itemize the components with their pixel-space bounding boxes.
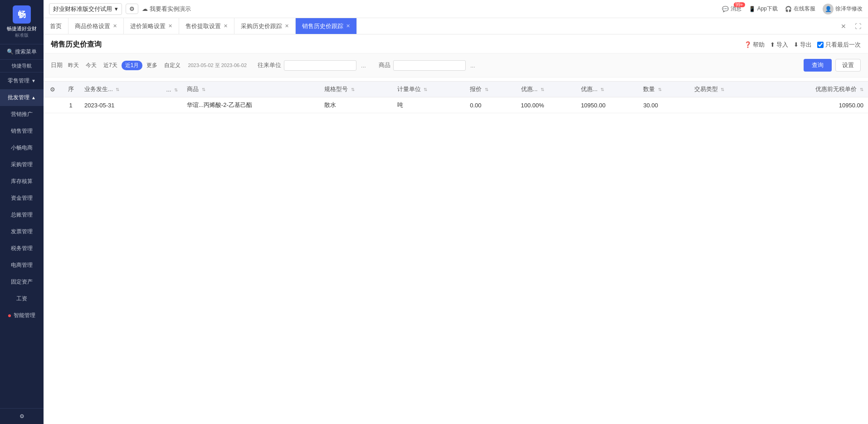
only-last-checkbox-label[interactable]: 只看最后一次 bbox=[817, 41, 861, 49]
tab-purchase-history[interactable]: 采购历史价跟踪 ✕ bbox=[234, 18, 296, 34]
th-price[interactable]: 报价 ⇅ bbox=[465, 82, 516, 97]
export-link[interactable]: ⬇ 导出 bbox=[794, 41, 812, 49]
tab-product-price-close-icon[interactable]: ✕ bbox=[113, 23, 117, 29]
retail-arrow-icon: ▼ bbox=[31, 78, 36, 83]
sidebar-item-salary[interactable]: 工资 bbox=[0, 290, 44, 307]
page-header: 销售历史价查询 ❓ 帮助 ⬆ 导入 ⬇ 导出 只看最后一次 bbox=[44, 34, 868, 53]
tab-product-price[interactable]: 商品价格设置 ✕ bbox=[68, 18, 124, 34]
tab-actions: ✕ ⛶ bbox=[837, 20, 868, 33]
tab-purchase-strategy-close-icon[interactable]: ✕ bbox=[168, 23, 172, 29]
export-icon: ⬇ bbox=[794, 41, 799, 48]
date-btn-1month[interactable]: 近1月 bbox=[122, 61, 143, 70]
topbar-online-service-label: 在线客服 bbox=[794, 5, 815, 13]
wholesale-label: 批发管理 bbox=[8, 94, 29, 101]
date-btn-7days[interactable]: 近7天 bbox=[101, 61, 120, 70]
date-btn-custom[interactable]: 自定义 bbox=[161, 61, 183, 70]
sidebar-item-finance[interactable]: 资金管理 bbox=[0, 190, 44, 207]
th-discount2[interactable]: 优惠... ⇅ bbox=[576, 82, 639, 97]
topbar-user-label: 徐泽华修改 bbox=[835, 5, 863, 13]
row-settings-cell bbox=[44, 97, 62, 113]
ecommerce-label: 电商管理 bbox=[11, 261, 33, 269]
topbar-demo[interactable]: ☁ 我要看实例演示 bbox=[142, 5, 191, 13]
topbar-user[interactable]: 👤 徐泽华修改 bbox=[823, 4, 863, 14]
setting-button[interactable]: 设置 bbox=[835, 59, 861, 72]
date-btn-yesterday[interactable]: 昨天 bbox=[65, 61, 82, 70]
tab-expand-button[interactable]: ⛶ bbox=[852, 20, 864, 33]
topbar-app-download[interactable]: 📱 App下载 bbox=[749, 5, 778, 13]
sidebar-item-tax[interactable]: 税务管理 bbox=[0, 240, 44, 257]
salary-label: 工资 bbox=[16, 295, 27, 303]
source-unit-input[interactable] bbox=[284, 60, 356, 71]
sidebar-item-ecommerce-small[interactable]: 小畅电商 bbox=[0, 140, 44, 156]
tab-sales-history-close-icon[interactable]: ✕ bbox=[346, 23, 350, 29]
sidebar-item-retail[interactable]: 零售管理 ▼ bbox=[0, 72, 44, 89]
product-filter-group: 商品 ... bbox=[379, 60, 477, 71]
discount1-sort-icon: ⇅ bbox=[541, 87, 544, 92]
th-discount1[interactable]: 优惠... ⇅ bbox=[517, 82, 576, 97]
tab-home-label: 首页 bbox=[50, 22, 62, 30]
th-no: 序 bbox=[62, 82, 80, 97]
sidebar-item-ecommerce[interactable]: 电商管理 bbox=[0, 257, 44, 274]
sidebar-item-purchase[interactable]: 采购管理 bbox=[0, 156, 44, 173]
filter-actions: 查询 设置 bbox=[804, 59, 861, 72]
query-button[interactable]: 查询 bbox=[804, 59, 832, 72]
row-discount1-cell: 100.00% bbox=[517, 97, 576, 113]
source-unit-label: 往来单位 bbox=[258, 61, 281, 69]
th-quantity[interactable]: 数量 ⇅ bbox=[639, 82, 689, 97]
column-settings-icon[interactable]: ⚙ bbox=[50, 86, 55, 93]
warehouse-label: 库存核算 bbox=[11, 178, 33, 185]
sidebar-item-fixed-assets[interactable]: 固定资产 bbox=[0, 274, 44, 290]
topbar-messages[interactable]: 💬 消息 99+ bbox=[722, 5, 741, 13]
smart-dot-icon bbox=[8, 314, 11, 317]
th-product[interactable]: 商品 ⇅ bbox=[182, 82, 320, 97]
th-trade-type[interactable]: 交易类型 ⇅ bbox=[690, 82, 762, 97]
sidebar-quick-nav[interactable]: 快捷导航 bbox=[0, 60, 44, 72]
tab-sale-extract-close-icon[interactable]: ✕ bbox=[224, 23, 228, 29]
topbar-online-service[interactable]: 🎧 在线客服 bbox=[785, 5, 815, 13]
th-biz-date[interactable]: 业务发生... ⇅ bbox=[80, 82, 162, 97]
tab-sale-extract-label: 售价提取设置 bbox=[185, 22, 221, 30]
tab-purchase-strategy[interactable]: 进价策略设置 ✕ bbox=[124, 18, 179, 34]
sidebar-item-marketing[interactable]: 营销推广 bbox=[0, 106, 44, 123]
date-btn-today[interactable]: 今天 bbox=[83, 61, 99, 70]
topbar-settings-icon: ⚙ bbox=[129, 5, 135, 12]
product-input[interactable] bbox=[393, 60, 466, 71]
general-ledger-label: 总账管理 bbox=[11, 211, 33, 219]
spec-sort-icon: ⇅ bbox=[351, 87, 355, 92]
sidebar-item-smart[interactable]: 智能管理 bbox=[0, 307, 44, 324]
retail-label: 零售管理 bbox=[8, 77, 29, 85]
page-title: 销售历史价查询 bbox=[51, 40, 102, 49]
tab-sales-history[interactable]: 销售历史价跟踪 ✕ bbox=[296, 18, 357, 34]
sidebar-item-general-ledger[interactable]: 总账管理 bbox=[0, 207, 44, 223]
table-container: ⚙ 序 业务发生... ⇅ ... ⇅ 商品 ⇅ 规格型 bbox=[44, 77, 868, 117]
source-unit-more-button[interactable]: ... bbox=[359, 61, 368, 70]
topbar: 好业财标准版交付试用 ▾ ⚙ ☁ 我要看实例演示 💬 消息 99+ 📱 App下… bbox=[44, 0, 868, 18]
th-unit[interactable]: 计量单位 ⇅ bbox=[393, 82, 465, 97]
th-settings[interactable]: ⚙ bbox=[44, 82, 62, 97]
sidebar-item-wholesale[interactable]: 批发管理 ▲ bbox=[0, 89, 44, 106]
sidebar-item-warehouse[interactable]: 库存核算 bbox=[0, 173, 44, 190]
help-link[interactable]: ❓ 帮助 bbox=[744, 41, 765, 49]
app-name: 畅捷通好业财 bbox=[7, 25, 37, 32]
page-content: 销售历史价查询 ❓ 帮助 ⬆ 导入 ⬇ 导出 只看最后一次 bbox=[44, 34, 868, 424]
tab-close-button[interactable]: ✕ bbox=[837, 20, 850, 33]
tab-purchase-history-close-icon[interactable]: ✕ bbox=[285, 23, 289, 29]
topbar-selector[interactable]: 好业财标准版交付试用 ▾ bbox=[49, 3, 122, 15]
demo-cloud-icon: ☁ bbox=[142, 5, 148, 12]
topbar-gear-button[interactable]: ⚙ bbox=[126, 4, 138, 14]
th-action[interactable]: ... ⇅ bbox=[162, 82, 182, 97]
sidebar-item-invoice[interactable]: 发票管理 bbox=[0, 223, 44, 240]
date-btn-more[interactable]: 更多 bbox=[144, 61, 160, 70]
sidebar-settings[interactable]: ⚙ bbox=[0, 408, 44, 424]
date-buttons: 昨天 今天 近7天 近1月 更多 自定义 bbox=[65, 61, 183, 70]
only-last-checkbox[interactable] bbox=[817, 42, 824, 48]
th-spec[interactable]: 规格型号 ⇅ bbox=[320, 82, 392, 97]
th-pretax-price[interactable]: 优惠前无税单价 ⇅ bbox=[762, 82, 868, 97]
import-link[interactable]: ⬆ 导入 bbox=[770, 41, 788, 49]
sidebar-item-sales[interactable]: 销售管理 bbox=[0, 123, 44, 140]
sidebar-search[interactable]: 🔍 搜索菜单 bbox=[0, 44, 44, 60]
product-more-button[interactable]: ... bbox=[468, 61, 477, 70]
tab-sale-extract[interactable]: 售价提取设置 ✕ bbox=[179, 18, 234, 34]
biz-date-sort-icon: ⇅ bbox=[116, 87, 119, 92]
tab-home[interactable]: 首页 bbox=[44, 18, 68, 34]
